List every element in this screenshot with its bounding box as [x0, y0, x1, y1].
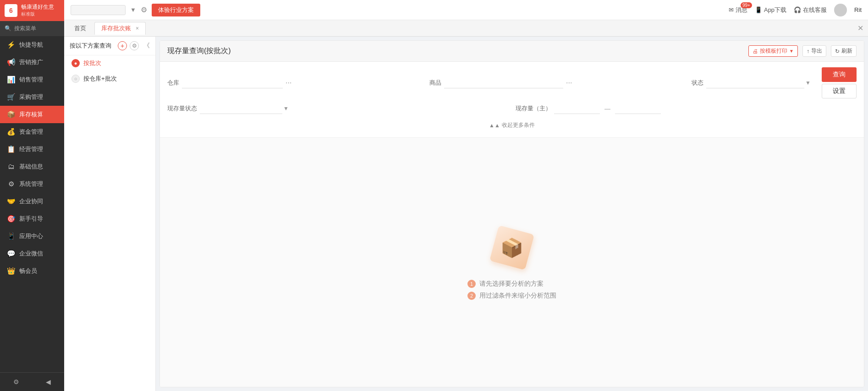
sidebar-item-enterprise[interactable]: 🤝 企业协同 [0, 193, 64, 210]
sidebar-item-appcenter[interactable]: 📱 应用中心 [0, 228, 64, 245]
sidebar-item-member[interactable]: 👑 畅会员 [0, 262, 64, 280]
tab-active-label: 库存批次账 [101, 24, 131, 33]
sidebar-item-purchase[interactable]: 🛒 采购管理 [0, 88, 64, 106]
tab-close-icon[interactable]: × [136, 25, 139, 32]
filter-status: 状态 ▼ [692, 77, 811, 88]
export-icon: ↑ [807, 48, 809, 54]
sidebar-item-label: 经营管理 [19, 145, 43, 153]
warehouse-input[interactable] [182, 77, 283, 88]
warehouse-more-icon[interactable]: ··· [286, 79, 291, 87]
top-header: ▼ ⚙ 体验行业方案 ✉ 消息 99+ 📱 App下载 🎧 在线客服 Rit [64, 0, 868, 20]
export-label: 导出 [811, 47, 822, 55]
query-button[interactable]: 查询 [822, 67, 857, 82]
print-dropdown-arrow[interactable]: ▼ [789, 49, 794, 54]
refresh-button[interactable]: ↻ 刷新 [831, 45, 857, 57]
tab-home[interactable]: 首页 [68, 22, 93, 35]
online-service-btn[interactable]: 🎧 在线客服 [794, 6, 827, 14]
filter-inventory-amount: 现存量（主） — [516, 103, 857, 114]
plan-settings-button[interactable]: ⚙ [130, 41, 139, 50]
content-area: 按以下方案查询 + ⚙ 《 ● 按批次 ○ 按仓库+批次 现存量查询(按批次) [64, 37, 868, 391]
operations-icon: 📋 [6, 145, 16, 153]
page-title: 现存量查询(按批次) [167, 46, 231, 56]
sidebar-item-wechat[interactable]: 💬 企业微信 [0, 245, 64, 262]
panel-collapse-icon[interactable]: 《 [143, 42, 150, 50]
sidebar-item-sales[interactable]: 📊 销售管理 [0, 71, 64, 88]
warehouse-label: 仓库 [167, 79, 179, 87]
empty-tip-1: 1 请先选择要分析的方案 [467, 280, 556, 288]
tab-inventory-batch[interactable]: 库存批次账 × [94, 22, 146, 35]
add-plan-button[interactable]: + [118, 41, 127, 50]
inventory-icon: 📦 [6, 110, 16, 119]
footer-settings-button[interactable]: ⚙ [10, 376, 23, 387]
empty-icon: 📦 [489, 225, 535, 271]
status-input[interactable] [706, 77, 804, 88]
header-right: ✉ 消息 99+ 📱 App下载 🎧 在线客服 Rit [729, 4, 862, 16]
print-button[interactable]: 🖨 按模板打印 ▼ [748, 45, 798, 57]
sidebar-item-quicknav[interactable]: ⚡ 快捷导航 [0, 36, 64, 54]
sidebar-item-system[interactable]: ⚙ 系统管理 [0, 175, 64, 193]
user-name[interactable]: Rit [854, 6, 862, 13]
export-button[interactable]: ↑ 导出 [802, 45, 826, 57]
filter-settings-button[interactable]: 设置 [822, 84, 857, 98]
dropdown-arrow-icon[interactable]: ▼ [130, 6, 136, 13]
product-input[interactable] [444, 77, 563, 88]
status-dropdown-arrow-icon: ▼ [805, 80, 811, 86]
inventory-status-dropdown[interactable]: ▼ [200, 103, 508, 114]
left-panel-actions: + ⚙ 《 [118, 41, 150, 50]
plan-item-warehouse-batch[interactable]: ○ 按仓库+批次 [64, 71, 155, 87]
product-more-icon[interactable]: ··· [566, 79, 572, 87]
sidebar-item-newguide[interactable]: 🎯 新手引导 [0, 210, 64, 228]
sidebar-item-basicinfo[interactable]: 🗂 基础信息 [0, 158, 64, 175]
sales-icon: 📊 [6, 76, 16, 84]
inventory-amount-to-input[interactable] [615, 103, 661, 114]
quicknav-icon: ⚡ [6, 41, 16, 49]
tab-bar: 首页 库存批次账 × ✕ [64, 20, 868, 37]
sidebar-item-marketing[interactable]: 📢 营销推广 [0, 54, 64, 71]
purchase-icon: 🛒 [6, 93, 16, 101]
inventory-amount-label: 现存量（主） [516, 104, 551, 113]
messages-btn[interactable]: ✉ 消息 99+ [729, 6, 747, 14]
plan-label-warehouse: 按仓库+批次 [83, 75, 117, 83]
sidebar-item-finance[interactable]: 💰 资金管理 [0, 123, 64, 141]
finance-icon: 💰 [6, 128, 16, 136]
data-area: 📦 1 请先选择要分析的方案 2 用过滤条件来缩小分析范围 [160, 138, 864, 387]
status-dropdown[interactable]: ▼ [706, 77, 811, 88]
sidebar-item-label: 资金管理 [19, 128, 43, 136]
filter-area: 仓库 ··· 商品 ··· 状态 ▼ [160, 62, 864, 138]
close-window-icon[interactable]: ✕ [857, 24, 863, 33]
sidebar-item-operations[interactable]: 📋 经营管理 [0, 141, 64, 158]
basicinfo-icon: 🗂 [6, 163, 16, 170]
breadcrumb-input[interactable] [71, 5, 126, 15]
tip-1-text: 请先选择要分析的方案 [479, 280, 544, 288]
user-avatar[interactable] [834, 4, 847, 16]
footer-settings-icon: ⚙ [13, 378, 19, 386]
filter-inventory-status: 现存量状态 ▼ [167, 103, 508, 114]
filter-row-2: 现存量状态 ▼ 现存量（主） — [167, 103, 857, 114]
app-download-label: App下载 [764, 6, 786, 14]
title-actions: 🖨 按模板打印 ▼ ↑ 导出 ↻ 刷新 [748, 45, 857, 57]
online-service-label: 在线客服 [803, 6, 827, 14]
industry-btn[interactable]: 体验行业方案 [152, 4, 200, 16]
gear-icon[interactable]: ⚙ [141, 5, 147, 14]
left-panel-header: 按以下方案查询 + ⚙ 《 [64, 37, 155, 55]
empty-icon-box: 📦 [489, 225, 534, 270]
app-download-btn[interactable]: 📱 App下载 [755, 6, 786, 14]
inventory-amount-from-input[interactable] [554, 103, 600, 114]
search-icon: 🔍 [5, 25, 11, 32]
enterprise-icon: 🤝 [6, 197, 16, 206]
refresh-icon: ↻ [835, 48, 840, 54]
marketing-icon: 📢 [6, 58, 16, 66]
app-logo: 6 [5, 4, 17, 17]
sidebar-header: 6 畅康通好生意 标准版 [0, 0, 64, 21]
sidebar-item-label: 应用中心 [19, 232, 43, 240]
search-menu-item[interactable]: 🔍 搜索菜单 [0, 21, 64, 36]
tip-2-num: 2 [467, 292, 476, 300]
plan-item-batch[interactable]: ● 按批次 [64, 55, 155, 71]
sidebar-item-inventory[interactable]: 📦 库存核算 [0, 106, 64, 123]
filter-collapse-btn[interactable]: ▲▲ 收起更多条件 [167, 119, 857, 132]
tab-bar-right: ✕ [857, 24, 863, 33]
appcenter-icon: 📱 [6, 232, 16, 240]
inventory-status-input[interactable] [200, 103, 282, 114]
footer-collapse-button[interactable]: ◀ [42, 376, 55, 387]
system-icon: ⚙ [6, 180, 16, 188]
